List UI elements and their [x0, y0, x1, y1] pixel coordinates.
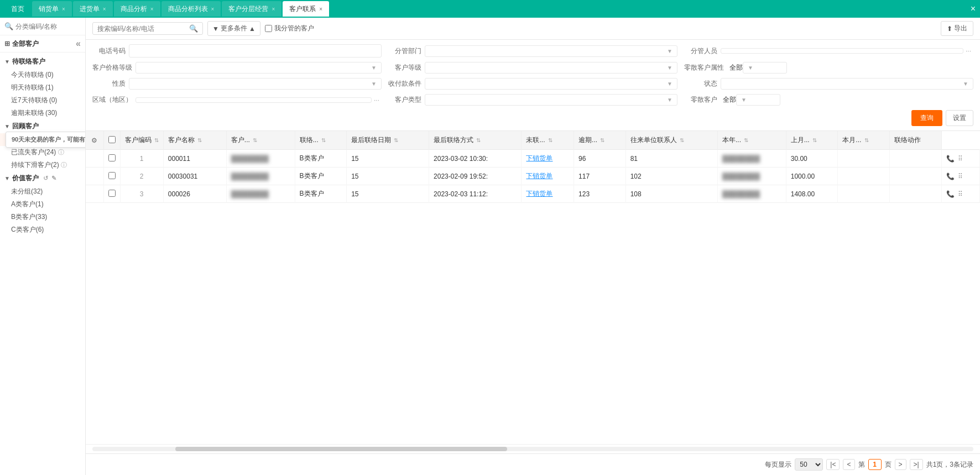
col-settings[interactable]: ⚙: [86, 131, 103, 150]
dept-select[interactable]: ▼: [425, 45, 677, 57]
close-goods-analysis-icon[interactable]: ×: [150, 6, 154, 12]
row-last-way: 下销货单: [522, 168, 574, 185]
close-customer-tier-icon[interactable]: ×: [272, 6, 275, 12]
sidebar-group-value[interactable]: ▼ 价值客户 ↺ ✎: [0, 171, 85, 185]
sidebar-item-class-b[interactable]: B类客户(33): [0, 211, 85, 223]
sidebar-item-today[interactable]: 今天待联络(0): [0, 69, 85, 81]
value-edit-icon[interactable]: ✎: [51, 175, 56, 182]
tab-customer-tier-label: 客户分层经营: [228, 4, 268, 14]
sidebar-item-class-c[interactable]: C类客户(6): [0, 223, 85, 236]
tab-customer-contact[interactable]: 客户联系 ×: [283, 1, 329, 17]
tab-sales[interactable]: 销货单 ×: [32, 1, 72, 17]
row-action-phone-icon[interactable]: 📞: [946, 155, 955, 163]
row-action-icons: 📞 ⠿: [942, 150, 980, 168]
sort-way-icon[interactable]: ⇅: [476, 137, 481, 143]
per-page-select[interactable]: 50 100 200: [795, 458, 823, 471]
tab-customer-tier[interactable]: 客户分层经营 ×: [222, 1, 282, 17]
row-action-phone-icon[interactable]: 📞: [946, 173, 955, 180]
scatter-value: 全部: [723, 95, 736, 105]
next-page-button[interactable]: >: [895, 459, 906, 470]
row-customer-type: B类客户: [295, 168, 347, 185]
more-filter-button[interactable]: ▼ 更多条件 ▲: [207, 21, 260, 36]
first-page-button[interactable]: |<: [826, 459, 840, 470]
search-input[interactable]: [97, 25, 189, 33]
sort-this-month-icon[interactable]: ⇅: [864, 137, 869, 143]
sort-unit-icon[interactable]: ⇅: [680, 137, 684, 143]
row-settings: [86, 185, 103, 203]
sidebar-item-tomorrow[interactable]: 明天待联络(1): [0, 81, 85, 94]
close-purchase-icon[interactable]: ×: [103, 6, 106, 12]
person-select[interactable]: [721, 48, 963, 54]
sidebar-item-ungrouped[interactable]: 未分组(32): [0, 185, 85, 198]
sort-contact-icon[interactable]: ⇅: [321, 137, 326, 143]
scatter-attr-select[interactable]: ▼: [743, 62, 787, 74]
my-customer-checkbox-area[interactable]: 我分管的客户: [265, 24, 314, 33]
row-action-more-icon[interactable]: ⠿: [958, 155, 963, 163]
price-level-select[interactable]: ▼: [135, 62, 382, 74]
sort-overdue-icon[interactable]: ⇅: [600, 137, 604, 143]
col-code: 客户编码 ⇅: [120, 131, 163, 150]
sort-date-icon[interactable]: ⇅: [394, 137, 398, 143]
row-last-way-link[interactable]: 下销货单: [526, 190, 552, 197]
horizontal-scrollbar[interactable]: [86, 444, 980, 453]
sort-code-icon[interactable]: ⇅: [154, 137, 159, 143]
query-button[interactable]: 查询: [911, 110, 942, 126]
sidebar-item-7days[interactable]: 近7天待联络(0): [0, 94, 85, 107]
collapse-icon[interactable]: «: [76, 39, 81, 49]
row-last-way-link[interactable]: 下销货单: [526, 154, 552, 162]
sidebar-item-churned[interactable]: 已流失客户(24) ⓘ: [0, 146, 85, 159]
row-name: ████████: [226, 168, 295, 185]
phone-input[interactable]: [129, 44, 382, 58]
status-select[interactable]: ▼: [721, 78, 973, 90]
nature-select[interactable]: ▼: [129, 78, 382, 90]
tab-home[interactable]: 首页: [4, 1, 31, 17]
search-icon[interactable]: 🔍: [189, 24, 198, 33]
tab-goods-analysis[interactable]: 商品分析 ×: [114, 1, 160, 17]
close-sales-icon[interactable]: ×: [62, 6, 65, 12]
grade-select[interactable]: ▼: [425, 62, 677, 74]
my-customer-label: 我分管的客户: [274, 24, 314, 33]
region-select[interactable]: [135, 97, 372, 103]
scrollbar-thumb[interactable]: [175, 447, 507, 451]
last-page-button[interactable]: >|: [910, 459, 923, 470]
select-all-checkbox[interactable]: [108, 136, 116, 143]
prev-page-button[interactable]: <: [843, 459, 854, 470]
sidebar-all-customers[interactable]: ⊞ 全部客户 «: [0, 35, 85, 53]
row-checkbox-2[interactable]: [108, 190, 116, 197]
close-customer-contact-icon[interactable]: ×: [319, 6, 322, 12]
scatter-attr-value: 全部: [729, 63, 743, 72]
review-tooltip: 90天未交易的客户，可能有流失风险。: [6, 132, 85, 148]
sidebar-group-pending[interactable]: ▼ 待联络客户: [0, 55, 85, 69]
tab-purchase[interactable]: 进货单 ×: [73, 1, 113, 17]
sidebar-item-overdue[interactable]: 逾期未联络(30): [0, 107, 85, 119]
sidebar-item-class-a[interactable]: A类客户(1): [0, 198, 85, 211]
row-action-more-icon[interactable]: ⠿: [958, 190, 963, 198]
settings-button[interactable]: 设置: [946, 110, 973, 126]
customer-type-select[interactable]: ▼: [425, 94, 677, 106]
row-action-phone-icon[interactable]: 📞: [946, 190, 955, 198]
close-goods-list-icon[interactable]: ×: [211, 6, 215, 12]
sidebar-group-review[interactable]: ▼ 回顾客户 90天未交易的客户，可能有流失风险。: [0, 119, 85, 133]
sidebar-item-declining[interactable]: 持续下滑客户(2) ⓘ: [0, 159, 85, 171]
scatter-select[interactable]: ▼: [736, 94, 780, 106]
person-dots-icon[interactable]: ···: [963, 47, 973, 55]
payment-select[interactable]: ▼: [425, 78, 677, 90]
sidebar-search-input[interactable]: [15, 23, 86, 30]
row-checkbox-0[interactable]: [108, 154, 116, 161]
region-dots-icon[interactable]: ···: [372, 96, 382, 104]
tab-goods-list[interactable]: 商品分析列表 ×: [161, 1, 221, 17]
export-button[interactable]: ⬆ 导出: [941, 21, 973, 36]
col-this-month: 本月... ⇅: [838, 131, 890, 150]
my-customer-checkbox[interactable]: [265, 25, 272, 32]
sort-type-icon[interactable]: ⇅: [253, 137, 257, 143]
window-close-button[interactable]: ×: [971, 4, 976, 14]
filter-nature: 性质 ▼: [92, 78, 382, 90]
sort-name-icon[interactable]: ⇅: [197, 137, 202, 143]
row-last-way-link[interactable]: 下销货单: [526, 172, 552, 180]
sort-last-month-icon[interactable]: ⇅: [812, 137, 817, 143]
row-checkbox-1[interactable]: [108, 172, 116, 179]
sort-this-year-icon[interactable]: ⇅: [744, 137, 748, 143]
sort-uncontacted-icon[interactable]: ⇅: [548, 137, 552, 143]
value-refresh-icon[interactable]: ↺: [43, 175, 48, 182]
row-action-more-icon[interactable]: ⠿: [958, 173, 963, 180]
